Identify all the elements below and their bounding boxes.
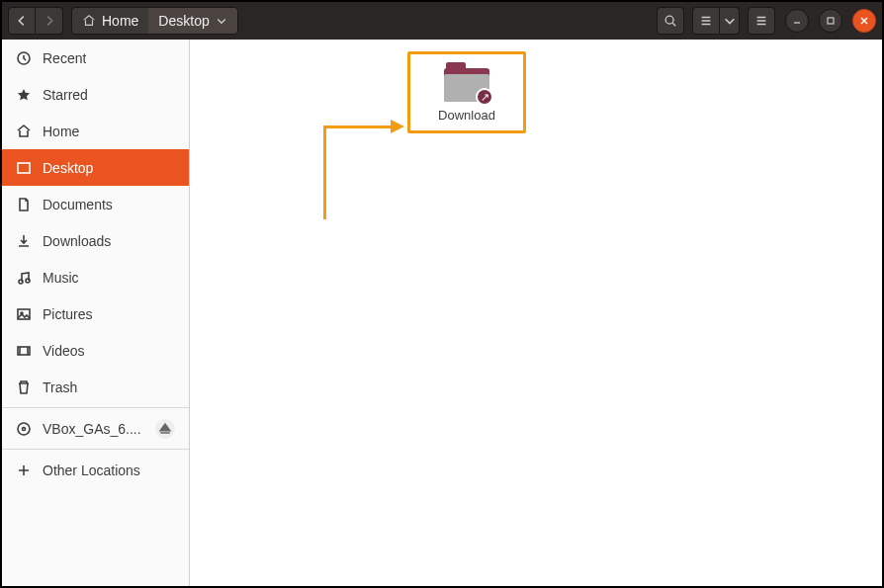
separator (2, 407, 189, 408)
pictures-icon (16, 306, 32, 322)
main: Recent Starred Home Desktop Documents Do… (2, 40, 882, 586)
sidebar-label: Desktop (43, 160, 93, 176)
svg-rect-6 (18, 309, 30, 319)
view-dropdown-button[interactable] (720, 7, 740, 35)
sidebar-item-starred[interactable]: Starred (2, 76, 189, 113)
sidebar-item-documents[interactable]: Documents (2, 186, 189, 222)
sidebar: Recent Starred Home Desktop Documents Do… (2, 40, 190, 586)
sidebar-label: Music (43, 270, 79, 286)
sidebar-item-other-locations[interactable]: Other Locations (2, 452, 189, 488)
trash-icon (16, 379, 32, 395)
clock-icon (16, 50, 32, 66)
maximize-button[interactable] (819, 9, 842, 33)
folder-link-icon: ↗ (444, 62, 489, 102)
sidebar-item-trash[interactable]: Trash (2, 369, 189, 405)
sidebar-label: VBox_GAs_6.... (43, 421, 141, 437)
minimize-button[interactable] (785, 9, 809, 33)
downloads-icon (16, 233, 32, 249)
path-segment-desktop[interactable]: Desktop (148, 8, 236, 34)
folder-item-download[interactable]: ↗ Download (407, 51, 526, 133)
sidebar-item-pictures[interactable]: Pictures (2, 295, 189, 332)
sidebar-label: Other Locations (43, 462, 140, 478)
sidebar-item-device[interactable]: VBox_GAs_6.... (2, 410, 189, 447)
file-label: Download (438, 108, 495, 123)
sidebar-item-recent[interactable]: Recent (2, 40, 189, 76)
svg-point-5 (26, 279, 30, 283)
forward-button[interactable] (36, 7, 63, 35)
titlebar: Home Desktop (2, 2, 882, 40)
svg-rect-1 (828, 18, 834, 24)
sidebar-label: Home (43, 124, 79, 139)
sidebar-label: Downloads (43, 233, 111, 249)
path-label: Desktop (158, 13, 209, 29)
pathbar: Home Desktop (71, 7, 238, 35)
symlink-badge-icon: ↗ (476, 88, 493, 106)
music-icon (16, 270, 32, 286)
svg-rect-3 (18, 163, 30, 173)
svg-point-10 (23, 427, 26, 430)
back-button[interactable] (8, 7, 36, 35)
disc-icon (16, 421, 32, 437)
documents-icon (16, 197, 32, 212)
sidebar-label: Documents (43, 197, 113, 212)
sidebar-item-desktop[interactable]: Desktop (2, 149, 189, 186)
sidebar-item-videos[interactable]: Videos (2, 332, 189, 369)
path-segment-home[interactable]: Home (72, 8, 148, 34)
plus-icon (16, 462, 32, 478)
path-label: Home (102, 13, 138, 29)
star-icon (16, 87, 32, 103)
sidebar-label: Trash (43, 379, 77, 395)
search-button[interactable] (657, 7, 684, 35)
sidebar-label: Videos (43, 343, 85, 359)
separator (2, 449, 189, 450)
menu-button[interactable] (748, 7, 775, 35)
sidebar-label: Starred (43, 87, 88, 103)
sidebar-item-downloads[interactable]: Downloads (2, 222, 189, 259)
sidebar-label: Pictures (43, 306, 93, 322)
eject-button[interactable] (155, 419, 175, 439)
videos-icon (16, 343, 32, 359)
svg-point-9 (18, 423, 30, 435)
nav-buttons (8, 7, 63, 35)
desktop-icon (16, 160, 32, 176)
svg-point-4 (19, 280, 23, 284)
svg-point-0 (665, 16, 673, 24)
home-icon (16, 124, 32, 139)
sidebar-item-music[interactable]: Music (2, 259, 189, 295)
sidebar-label: Recent (43, 50, 86, 66)
sidebar-item-home[interactable]: Home (2, 113, 189, 149)
close-button[interactable] (852, 9, 876, 33)
content-area[interactable]: ↗ Download (190, 40, 882, 586)
view-buttons (692, 7, 740, 35)
list-view-button[interactable] (692, 7, 720, 35)
